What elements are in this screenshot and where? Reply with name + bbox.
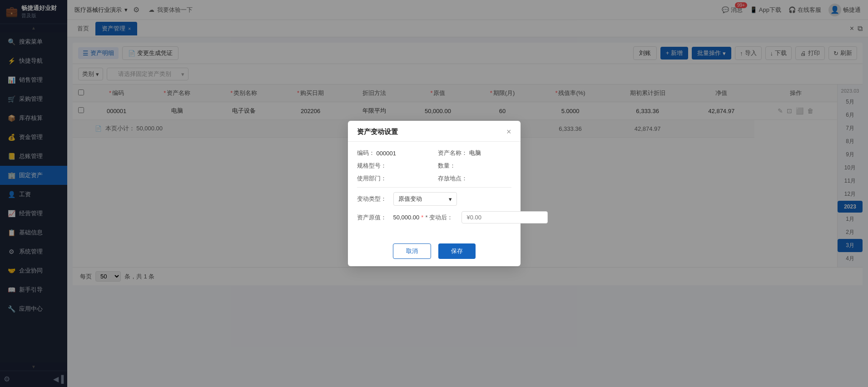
- modal-close-button[interactable]: ×: [506, 127, 511, 137]
- change-type-label: 变动类型：: [357, 195, 393, 203]
- modal-value-row: 资产原值： 50,000.00 * * 变动后：: [357, 211, 511, 223]
- modal-row-2: 规格型号： 数量：: [357, 162, 511, 170]
- modal-header: 资产变动设置 ×: [348, 121, 521, 142]
- modal-spec-field: 规格型号：: [357, 162, 431, 170]
- code-value: 000001: [377, 150, 396, 157]
- modal-name-field: 资产名称： 电脑: [438, 149, 511, 157]
- asset-name-label: 资产名称：: [438, 149, 467, 157]
- dept-label: 使用部门：: [357, 174, 387, 183]
- code-label: 编码：: [357, 149, 375, 157]
- modal-footer: 取消 保存: [348, 238, 521, 266]
- required-mark: *: [421, 214, 423, 221]
- quantity-label: 数量：: [438, 162, 456, 170]
- asset-change-modal: 资产变动设置 × 编码： 000001 资产名称： 电脑 规格型号：: [348, 121, 521, 266]
- after-change-input[interactable]: [461, 211, 548, 223]
- modal-quantity-field: 数量：: [438, 162, 511, 170]
- spec-label: 规格型号：: [357, 162, 387, 170]
- modal-title: 资产变动设置: [357, 128, 398, 136]
- modal-divider: [357, 187, 511, 188]
- modal-body: 编码： 000001 资产名称： 电脑 规格型号： 数量：: [348, 142, 521, 238]
- change-type-chevron-icon: ▾: [449, 196, 452, 203]
- asset-value: 50,000.00: [393, 214, 420, 221]
- modal-overlay: 资产变动设置 × 编码： 000001 资产名称： 电脑 规格型号：: [0, 0, 868, 387]
- cancel-button[interactable]: 取消: [393, 243, 431, 259]
- asset-name-value: 电脑: [469, 149, 481, 157]
- after-change-label: * 变动后：: [425, 213, 461, 222]
- save-button[interactable]: 保存: [438, 243, 476, 259]
- modal-row-1: 编码： 000001 资产名称： 电脑: [357, 149, 511, 157]
- modal-code-field: 编码： 000001: [357, 149, 431, 157]
- modal-dept-field: 使用部门：: [357, 174, 431, 183]
- asset-value-label: 资产原值：: [357, 213, 393, 222]
- modal-row-3: 使用部门： 存放地点：: [357, 174, 511, 183]
- location-label: 存放地点：: [438, 174, 467, 183]
- change-type-value: 原值变动: [398, 195, 422, 203]
- modal-change-type-row: 变动类型： 原值变动 ▾: [357, 192, 511, 206]
- modal-location-field: 存放地点：: [438, 174, 511, 183]
- change-type-select[interactable]: 原值变动 ▾: [393, 192, 457, 206]
